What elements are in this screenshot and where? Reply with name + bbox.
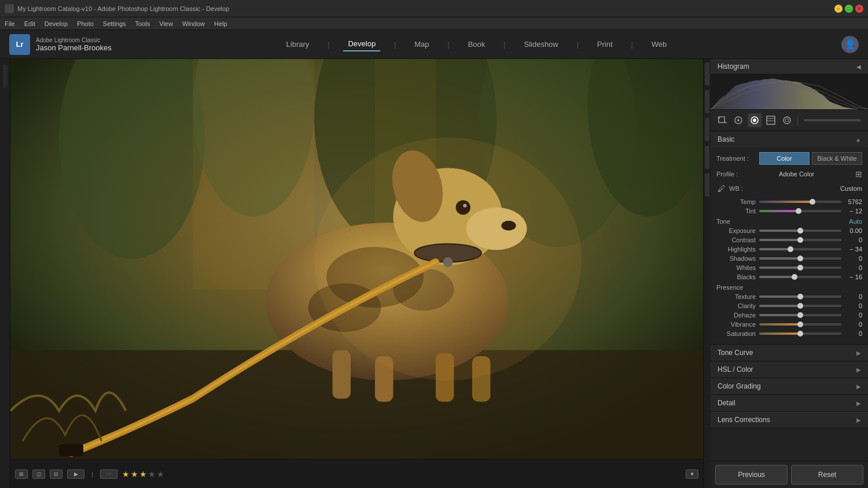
tool-radial[interactable] (780, 113, 794, 127)
tool-crop[interactable] (715, 113, 729, 127)
filmstrip-expand-btn[interactable]: ▼ (686, 469, 698, 479)
star-4[interactable]: ★ (148, 469, 156, 479)
basic-section-arrow[interactable]: ▲ (855, 136, 861, 143)
profile-value[interactable]: Adobe Color (779, 171, 814, 178)
nav-print[interactable]: Print (593, 38, 617, 51)
menu-settings[interactable]: Settings (103, 20, 126, 27)
temp-value[interactable]: 5762 (845, 198, 862, 205)
profile-grid-btn[interactable]: ⊞ (855, 169, 862, 179)
highlights-value[interactable]: − 34 (845, 246, 862, 253)
tone-curve-header[interactable]: Tone Curve ▶ (711, 345, 868, 361)
tone-auto-btn[interactable]: Auto (849, 218, 862, 225)
color-grading-header[interactable]: Color Grading ▶ (711, 378, 868, 394)
exposure-slider-thumb[interactable] (797, 228, 803, 234)
treatment-bw-btn[interactable]: Black & White (812, 152, 862, 165)
filmstrip-loupe-btn[interactable]: ▶ (67, 469, 84, 479)
tint-slider-thumb[interactable] (796, 208, 801, 214)
contrast-value[interactable]: 0 (845, 236, 862, 243)
collapse-handle-4[interactable] (705, 146, 709, 169)
temp-slider-thumb[interactable] (810, 199, 815, 205)
tool-graduated[interactable] (764, 113, 778, 127)
exposure-value[interactable]: 0.00 (845, 227, 862, 234)
menu-view[interactable]: View (159, 20, 173, 27)
temp-slider-track[interactable] (759, 201, 841, 203)
collapse-handle-2[interactable] (705, 90, 709, 113)
filmstrip-grid-btn[interactable]: ⊞ (15, 469, 28, 479)
filmstrip-menu-btn[interactable]: ⋯ (100, 469, 117, 479)
reset-button[interactable]: Reset (791, 465, 863, 485)
color-grading-arrow[interactable]: ▶ (856, 383, 861, 390)
detail-header[interactable]: Detail ▶ (711, 395, 868, 411)
texture-slider-track[interactable] (759, 295, 841, 298)
star-5[interactable]: ★ (157, 469, 164, 479)
close-button[interactable]: ✕ (855, 5, 863, 13)
nav-book[interactable]: Book (464, 38, 490, 51)
nav-map[interactable]: Map (410, 38, 433, 51)
dehaze-slider-thumb[interactable] (797, 312, 803, 318)
menu-edit[interactable]: Edit (24, 20, 35, 27)
tool-redeye[interactable] (748, 113, 762, 127)
collapse-handle-1[interactable] (705, 62, 709, 86)
hsl-color-arrow[interactable]: ▶ (856, 367, 861, 373)
blacks-value[interactable]: − 16 (845, 273, 862, 280)
whites-slider-thumb[interactable] (797, 265, 803, 271)
tint-value[interactable]: − 12 (845, 208, 862, 215)
whites-value[interactable]: 0 (845, 264, 862, 271)
star-3[interactable]: ★ (139, 469, 147, 479)
menu-help[interactable]: Help (214, 20, 227, 27)
blacks-slider-track[interactable] (759, 276, 841, 278)
whites-slider-track[interactable] (759, 267, 841, 269)
collapse-handle-5[interactable] (705, 173, 709, 197)
filmstrip-survey-btn[interactable]: ⊟ (50, 469, 62, 479)
left-collapse-handle[interactable] (3, 65, 8, 88)
nav-slideshow[interactable]: Slideshow (519, 38, 562, 51)
clarity-slider-thumb[interactable] (797, 303, 803, 309)
filmstrip-compare-btn[interactable]: ◫ (32, 469, 45, 479)
highlights-slider-track[interactable] (759, 248, 841, 250)
vibrance-slider-thumb[interactable] (797, 321, 803, 327)
menu-file[interactable]: File (5, 20, 15, 27)
highlights-slider-thumb[interactable] (788, 246, 793, 252)
vibrance-slider-track[interactable] (759, 323, 841, 326)
nav-develop[interactable]: Develop (343, 37, 380, 51)
texture-slider-thumb[interactable] (797, 294, 803, 300)
vibrance-value[interactable]: 0 (845, 321, 862, 328)
menu-tools[interactable]: Tools (135, 20, 150, 27)
tool-zoom-slider[interactable] (804, 119, 861, 121)
nav-library[interactable]: Library (282, 38, 314, 51)
titlebar-controls[interactable]: − □ ✕ (834, 5, 863, 13)
star-rating[interactable]: ★ ★ ★ ★ ★ (122, 469, 164, 479)
shadows-slider-thumb[interactable] (797, 256, 803, 261)
basic-section-header[interactable]: Basic ▲ (711, 131, 868, 147)
contrast-slider-thumb[interactable] (797, 237, 803, 243)
histogram-collapse-arrow[interactable]: ◀ (856, 64, 861, 70)
menu-window[interactable]: Window (182, 20, 205, 27)
clarity-slider-track[interactable] (759, 305, 841, 307)
clarity-value[interactable]: 0 (845, 302, 862, 309)
contrast-slider-track[interactable] (759, 239, 841, 241)
exposure-slider-track[interactable] (759, 230, 841, 232)
blacks-slider-thumb[interactable] (792, 274, 797, 280)
star-2[interactable]: ★ (131, 469, 138, 479)
user-avatar[interactable]: 👤 (841, 36, 859, 53)
lens-corrections-header[interactable]: Lens Corrections ▶ (711, 412, 868, 428)
treatment-color-btn[interactable]: Color (759, 152, 810, 165)
dehaze-slider-track[interactable] (759, 314, 841, 316)
wb-eyedrop-btn[interactable]: 🖊 (716, 183, 727, 194)
saturation-slider-track[interactable] (759, 332, 841, 335)
tone-curve-arrow[interactable]: ▶ (856, 350, 861, 356)
tint-slider-track[interactable] (759, 210, 841, 212)
saturation-value[interactable]: 0 (845, 330, 862, 337)
tool-healing[interactable] (731, 113, 745, 127)
previous-button[interactable]: Previous (715, 465, 788, 485)
detail-arrow[interactable]: ▶ (856, 400, 861, 406)
nav-web[interactable]: Web (647, 38, 672, 51)
menu-develop[interactable]: Develop (45, 20, 68, 27)
star-1[interactable]: ★ (122, 469, 130, 479)
maximize-button[interactable]: □ (845, 5, 853, 13)
lens-corrections-arrow[interactable]: ▶ (856, 417, 861, 423)
hsl-color-header[interactable]: HSL / Color ▶ (711, 361, 868, 378)
saturation-slider-thumb[interactable] (797, 331, 803, 337)
texture-value[interactable]: 0 (845, 293, 862, 300)
collapse-handle-3[interactable] (705, 118, 709, 141)
